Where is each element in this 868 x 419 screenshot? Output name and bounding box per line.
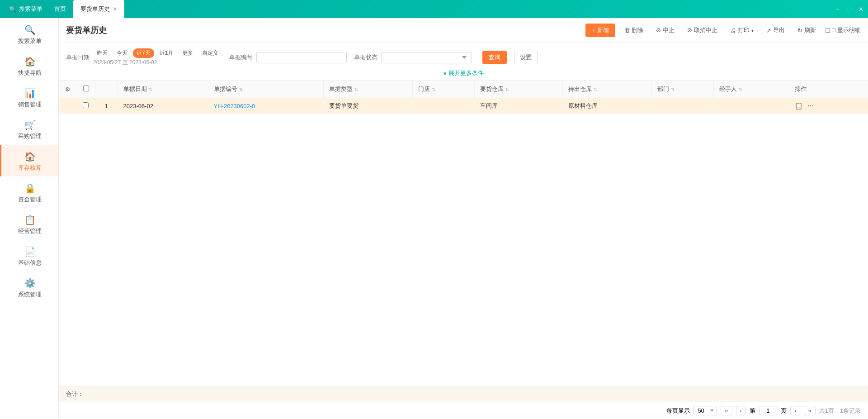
search-icon: 🔍 [9,6,16,13]
date-today[interactable]: 今天 [113,48,131,58]
row-num: 1 [95,98,118,114]
sidebar-item-finance[interactable]: 🔒 资金管理 [0,176,58,208]
finance-icon: 🔒 [24,183,36,194]
print-dropdown-icon: ▾ [751,28,754,33]
table-header: ⚙ 单据日期 ⇅ 单据编号 [59,81,868,98]
date-last1month[interactable]: 近1月 [156,48,177,58]
page-label: 页 [781,407,787,415]
refresh-button[interactable]: ↻ 刷新 [794,24,820,37]
date-shortcuts: 昨天 今天 近7天 近1月 更多 自定义 [93,48,222,58]
sidebar-item-inventory[interactable]: 🏠 库存核算 [0,145,58,176]
inventory-icon: 🏠 [24,151,36,162]
col-action: 操作 [789,81,868,98]
col-date[interactable]: 单据日期 ⇅ [118,81,208,98]
sort-store-icon: ⇅ [432,87,435,92]
col-pending-warehouse[interactable]: 待出仓库 ⇅ [562,81,651,98]
col-doc-no[interactable]: 单据编号 ⇅ [208,81,323,98]
page-size-label: 每页显示 [666,407,690,415]
search-menu-label: 搜索菜单 [19,5,42,13]
minimize-icon[interactable]: － [835,5,840,13]
delete-button[interactable]: 🗑 删除 [621,24,647,37]
date-filter-label: 单据日期 [66,53,90,62]
tab-close-icon[interactable]: ✕ [113,6,117,12]
table-body: 1 2023-06-02 YH-20230602-0 要货单要货 车间库 原材料… [59,98,868,114]
basic-info-icon: 📄 [24,246,36,257]
maximize-icon[interactable]: □ [848,6,851,13]
row-department [651,98,714,114]
date-custom[interactable]: 自定义 [198,48,222,58]
row-date: 2023-06-02 [118,98,208,114]
print-button[interactable]: 🖨 🖨 打印 打印 ▾ [726,24,757,37]
row-settings [59,98,77,114]
page-header: 要货单历史 + 新增 🗑 删除 ⊘ 中止 ⊘ 取消中止 🖨 🖨 打印 打印 ▾ … [59,18,868,43]
page-size-select[interactable]: 10 20 50 100 [693,406,717,415]
col-handler[interactable]: 经手人 ⇅ [714,81,789,98]
col-req-warehouse[interactable]: 要货仓库 ⇅ [475,81,563,98]
col-department[interactable]: 部门 ⇅ [651,81,714,98]
status-select[interactable] [381,52,472,63]
settings-button[interactable]: 设置 [514,51,538,64]
content-area: 要货单历史 + 新增 🗑 删除 ⊘ 中止 ⊘ 取消中止 🖨 🖨 打印 打印 ▾ … [59,18,868,419]
search-menu-item[interactable]: 🔍 搜索菜单 [5,0,47,18]
doc-no-link[interactable]: YH-20230602-0 [214,103,255,110]
export-button[interactable]: ↗ 导出 [763,24,788,37]
new-button[interactable]: + 新增 [585,24,615,37]
row-more-icon[interactable]: ⋯ [807,102,814,110]
select-all-checkbox[interactable] [83,86,89,91]
table-area: ⚙ 单据日期 ⇅ 单据编号 [59,81,868,386]
sidebar-item-system[interactable]: ⚙️ 系统管理 [0,271,58,303]
next-page-btn[interactable]: › [790,406,800,415]
doc-no-input[interactable] [256,52,347,63]
sidebar-item-quick-nav[interactable]: 🏠 快捷导航 [0,50,58,81]
search-menu-icon: 🔍 [24,24,36,35]
row-pending-warehouse: 原材料仓库 [562,98,651,114]
query-button[interactable]: 查询 [482,51,507,64]
total-info: 共1页，1条记录 [819,407,861,415]
toolbar: + 新增 🗑 删除 ⊘ 中止 ⊘ 取消中止 🖨 🖨 打印 打印 ▾ ↗ 导出 ↻… [585,24,861,37]
last-page-btn[interactable]: » [804,406,815,415]
row-checkbox [77,98,95,114]
display-detail-checkbox-icon: ☐ [825,27,830,34]
date-yesterday[interactable]: 昨天 [93,48,111,58]
filter-row: 单据日期 昨天 今天 近7天 近1月 更多 自定义 2023-05-27 至 2… [66,48,861,67]
row-edit-icon[interactable]: 📋 [795,102,802,110]
expand-more-btn[interactable]: ▾ 展开更多条件 [66,69,861,77]
doc-no-label: 单据编号 [229,53,253,62]
status-label: 单据状态 [354,53,377,62]
row-handler [714,98,789,114]
refresh-icon: ↻ [797,27,802,34]
sort-date-icon: ⇅ [149,87,152,92]
row-select-checkbox[interactable] [83,102,89,108]
close-icon[interactable]: ✕ [859,6,863,13]
status-filter-group: 单据状态 [354,52,472,63]
prev-page-btn[interactable]: ‹ [736,406,746,415]
window-controls: － □ ✕ [835,5,863,13]
col-store[interactable]: 门店 ⇅ [412,81,475,98]
tab-purchase-history[interactable]: 要货单历史 ✕ [73,0,124,18]
sort-docno-icon: ⇅ [239,87,243,92]
date-last7days[interactable]: 近7天 [133,48,154,58]
col-settings[interactable]: ⚙ [59,81,77,98]
stop-button[interactable]: ⊘ 中止 [652,24,678,37]
row-doc-type: 要货单要货 [323,98,412,114]
sidebar-item-operations[interactable]: 📋 经营管理 [0,208,58,240]
system-icon: ⚙️ [24,278,36,289]
sort-pendwh-icon: ⇅ [594,87,597,92]
page-input[interactable] [759,406,777,415]
sidebar-item-sales[interactable]: 📊 销售管理 [0,81,58,113]
col-checkbox [77,81,95,98]
table-footer: 合计： [59,386,868,402]
tab-home[interactable]: 首页 [47,0,73,18]
display-detail-toggle[interactable]: ☐ □ 显示明细 [825,26,861,34]
sidebar-item-purchase[interactable]: 🛒 采购管理 [0,113,58,145]
table-row[interactable]: 1 2023-06-02 YH-20230602-0 要货单要货 车间库 原材料… [59,98,868,114]
date-more[interactable]: 更多 [179,48,197,58]
expand-more-icon: ▾ [443,70,447,77]
sidebar-item-basic-info[interactable]: 📄 基础信息 [0,240,58,271]
cancel-stop-button[interactable]: ⊘ 取消中止 [684,24,721,37]
col-doc-type[interactable]: 单据类型 ⇅ [323,81,412,98]
first-page-btn[interactable]: « [721,406,732,415]
sidebar-item-search[interactable]: 🔍 搜索菜单 [0,18,58,50]
doc-no-filter-group: 单据编号 [229,52,347,63]
sort-reqwh-icon: ⇅ [505,87,509,92]
